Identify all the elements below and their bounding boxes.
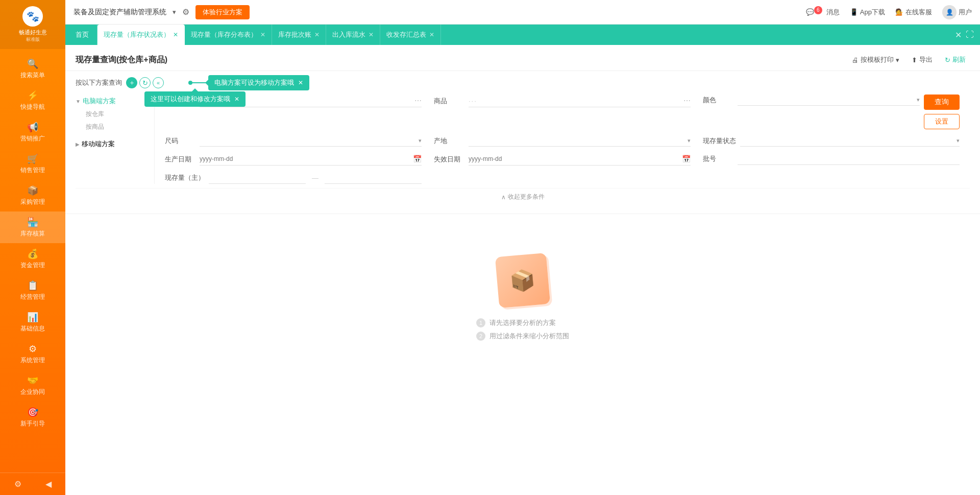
page-actions: 🖨 按模板打印 ▾ ⬆ 导出 ↻ 刷新 (848, 53, 970, 66)
trial-button[interactable]: 体验行业方案 (195, 5, 250, 19)
sidebar-footer: ⚙ ◀ (0, 473, 65, 495)
sidebar-item-operations[interactable]: 📋 经营管理 (0, 275, 65, 307)
page-title: 现存量查询(按仓库+商品) (76, 55, 167, 65)
tab-batch-account-close[interactable]: ✕ (314, 31, 320, 38)
tab-receive-summary-close[interactable]: ✕ (429, 31, 434, 38)
sidebar: 🐾 畅通好生意 标准版 🔍 搜索菜单 ⚡ 快捷导航 📢 营销推广 🛒 销售管理 … (0, 0, 65, 495)
tab-fullscreen-icon[interactable]: ⛶ (966, 30, 974, 39)
sidebar-item-finance[interactable]: 💰 资金管理 (0, 243, 65, 275)
quick-nav-icon: ⚡ (27, 90, 38, 101)
message-action[interactable]: 💬 6 消息 (806, 8, 840, 17)
app-download-action[interactable]: 📱 App下载 (850, 8, 885, 17)
print-label: 按模板打印 (861, 55, 894, 64)
setup-button[interactable]: 设置 (924, 114, 960, 129)
system-name: 装备及固定资产辅助管理系统 (74, 8, 166, 17)
user-action[interactable]: 👤 用户 (942, 5, 972, 19)
app-download-label: App下载 (860, 8, 885, 17)
empty-tip-2: 2 用过滤条件来缩小分析范围 (476, 329, 569, 343)
sidebar-item-guide[interactable]: 🎯 新手引导 (0, 402, 65, 433)
scheme-tree-desktop[interactable]: ▼ 电脑端方案 (76, 95, 150, 108)
sidebar-item-system[interactable]: ⚙ 系统管理 (0, 338, 65, 370)
goods-more-icon: ⋯ (683, 97, 691, 105)
sidebar-nav: 🔍 搜索菜单 ⚡ 快捷导航 📢 营销推广 🛒 销售管理 📦 采购管理 🏪 库存核… (0, 49, 65, 473)
refresh-scheme-button[interactable]: ↻ (139, 77, 151, 88)
batch-input[interactable] (738, 153, 960, 165)
tab-inout-flow-close[interactable]: ✕ (369, 31, 374, 38)
batch-label: 批号 (703, 154, 733, 163)
sidebar-item-search[interactable]: 🔍 搜索菜单 (0, 53, 65, 85)
collapse-sidebar-icon[interactable]: ◀ (45, 479, 52, 489)
stock-status-select[interactable]: ▾ (740, 135, 960, 147)
refresh-icon: ↻ (945, 56, 950, 64)
scheme-tree: ▼ 电脑端方案 按仓库 按商品 ▶ (76, 95, 155, 184)
sidebar-item-base-info[interactable]: 📊 基础信息 (0, 307, 65, 338)
size-select[interactable]: ▾ (200, 135, 422, 147)
sidebar-item-marketing[interactable]: 📢 营销推广 (0, 116, 65, 148)
tab-inventory-dist-label: 现存量（库存分布表） (191, 30, 257, 39)
expire-date-input[interactable] (469, 155, 682, 162)
expire-date-icon: 📅 (682, 155, 691, 163)
goods-select[interactable]: ··· ⋯ (469, 95, 691, 107)
batch-filter: 批号 (703, 153, 960, 165)
stock-main-to-input[interactable] (325, 172, 422, 184)
empty-icon: 📦 (509, 267, 536, 293)
stock-main-filter: 现存量（主） — (165, 172, 422, 184)
guide-icon: 🎯 (27, 407, 38, 418)
settings-icon[interactable]: ⚙ (182, 7, 189, 17)
export-button[interactable]: ⬆ 导出 (908, 53, 937, 66)
tab-home-label: 首页 (76, 30, 89, 39)
stock-main-from-input[interactable] (209, 172, 306, 184)
scheme-tree-goods[interactable]: 按商品 (84, 121, 150, 133)
tip-num-1: 1 (476, 318, 485, 327)
prod-date-input[interactable] (200, 155, 413, 162)
finance-icon: 💰 (27, 248, 38, 260)
online-service-action[interactable]: 💁 在线客服 (895, 8, 932, 17)
collapse-button[interactable]: ∧ 收起更多条件 (501, 193, 545, 201)
tab-bar: 首页 现存量（库存状况表） ✕ 现存量（库存分布表） ✕ 库存批次账 ✕ 出入库… (65, 25, 980, 45)
sidebar-item-inventory[interactable]: 🏪 库存核算 (0, 211, 65, 243)
collapse-icon: ▶ (76, 142, 80, 147)
origin-filter: 产地 ▾ (434, 135, 691, 147)
chevron-down-icon: ▾ (173, 8, 176, 16)
brand-badge: 标准版 (19, 36, 47, 43)
sidebar-item-sales[interactable]: 🛒 销售管理 (0, 148, 65, 180)
tab-receive-summary[interactable]: 收发存汇总表 ✕ (380, 25, 441, 45)
service-icon: 💁 (895, 8, 903, 16)
scheme-tree-mobile[interactable]: ▶ 移动端方案 (76, 137, 150, 151)
tab-batch-account[interactable]: 库存批次账 ✕ (272, 25, 326, 45)
sidebar-item-quick-nav[interactable]: ⚡ 快捷导航 (0, 85, 65, 116)
tab-inventory-dist-close[interactable]: ✕ (260, 31, 265, 38)
top-header: 装备及固定资产辅助管理系统 ▾ ⚙ 体验行业方案 💬 6 消息 📱 App下载 … (65, 0, 980, 25)
sidebar-item-purchase[interactable]: 📦 采购管理 (0, 180, 65, 211)
scheme-edit-tooltip-close[interactable]: ✕ (234, 96, 239, 103)
system-select-dropdown[interactable]: ▾ (173, 8, 176, 16)
scheme-tooltip-close[interactable]: ✕ (298, 79, 303, 86)
print-button[interactable]: 🖨 按模板打印 ▾ (848, 53, 903, 66)
color-arrow-icon: ▾ (917, 97, 920, 103)
stock-main-label: 现存量（主） (165, 173, 205, 182)
filter-grid: 仓库 ··· ⋯ 商品 ··· ⋯ (155, 95, 970, 184)
refresh-button[interactable]: ↻ 刷新 (941, 53, 970, 66)
tab-inout-flow[interactable]: 出入库流水 ✕ (326, 25, 380, 45)
query-button[interactable]: 查询 (924, 95, 960, 110)
empty-tips: 1 请先选择要分析的方案 2 用过滤条件来缩小分析范围 (476, 316, 569, 343)
back-scheme-button[interactable]: « (153, 77, 164, 88)
tab-inventory-dist[interactable]: 现存量（库存分布表） ✕ (185, 25, 272, 45)
tip-text-2: 用过滤条件来缩小分析范围 (489, 329, 569, 343)
tab-close-all-icon[interactable]: ✕ (955, 30, 962, 40)
origin-select[interactable]: ▾ (469, 135, 691, 147)
color-select[interactable]: ▾ (738, 95, 920, 106)
filter-header: 按以下方案查询 ＋ ↻ « 电脑方案可设为移动方案哦 ✕ (76, 77, 970, 88)
scheme-tree-warehouse[interactable]: 按仓库 (84, 108, 150, 121)
tab-inventory-status-label: 现存量（库存状况表） (104, 30, 170, 39)
sidebar-item-cooperation[interactable]: 🤝 企业协同 (0, 370, 65, 402)
stock-status-filter: 现存量状态 ▾ (703, 135, 960, 147)
tab-inventory-status-close[interactable]: ✕ (173, 31, 178, 38)
add-scheme-button[interactable]: ＋ (126, 77, 137, 88)
expire-date-filter: 失效日期 📅 (434, 153, 691, 166)
sales-icon: 🛒 (27, 153, 38, 164)
settings-bottom-icon[interactable]: ⚙ (14, 479, 21, 489)
tab-inventory-status[interactable]: 现存量（库存状况表） ✕ (97, 25, 185, 45)
search-icon: 🔍 (27, 58, 38, 69)
tab-home[interactable]: 首页 (67, 25, 97, 45)
